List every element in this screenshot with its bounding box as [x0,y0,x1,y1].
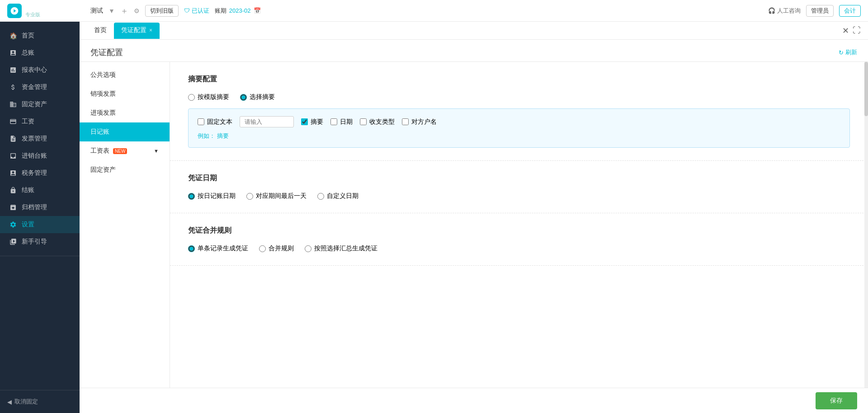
asset-icon [9,100,17,108]
page-header: 凭证配置 ↻ 刷新 [80,40,868,62]
user-button[interactable]: 管理员 [806,5,834,17]
sidebar-item-ledger[interactable]: 总账 [0,44,80,61]
role-button[interactable]: 会计 [839,5,861,17]
sidebar-item-fund[interactable]: 资金管理 [0,79,80,96]
left-nav: 公共选项 销项发票 进项发票 日记账 工资表 [80,62,170,388]
trade-icon [9,152,17,160]
sidebar-bottom: ◀ 取消固定 [0,390,80,413]
sidebar-nav: 🏠 首页 总账 报表中心 [0,22,80,256]
refresh-button[interactable]: ↻ 刷新 [839,48,857,56]
sidebar-item-tax[interactable]: 税务管理 [0,164,80,182]
archive-icon [9,203,17,211]
sidebar-item-asset[interactable]: 固定资产 [0,96,80,113]
settings-panel: 摘要配置 按模版摘要 选择摘要 [170,62,868,388]
tab-voucher-config[interactable]: 凭证配置 × [114,23,160,39]
logo-subtitle: 专业版 [25,11,61,18]
merge-section: 凭证合并规则 单条记录生成凭证 合并规则 [170,213,868,266]
sidebar-item-invoice[interactable]: 发票管理 [0,130,80,147]
unpin-icon: ◀ [7,399,12,405]
logo-area: 畅捷通好会计 专业版 [7,4,87,18]
new-badge: NEW [113,148,127,154]
settings-nav-icon [9,221,17,229]
calendar-icon[interactable]: 📅 [254,7,261,14]
date-radio-period-last[interactable]: 对应期间最后一天 [246,192,307,200]
tax-icon [9,169,17,177]
switch-version-button[interactable]: 切到旧版 [145,5,179,17]
date-section: 凭证日期 按日记账日期 对应期间最后一天 [170,161,868,213]
company-name: 测试 [90,7,103,15]
checkbox-date[interactable]: 日期 [330,118,353,126]
refresh-icon: ↻ [839,49,844,56]
left-nav-purchase-invoice[interactable]: 进项发票 [80,103,170,122]
scrollbar-track[interactable] [864,62,868,388]
top-right: 🎧 人工咨询 管理员 会计 [768,5,861,17]
home-icon: 🏠 [9,32,17,40]
left-nav-sales-invoice[interactable]: 销项发票 [80,84,170,103]
date-title: 凭证日期 [188,174,850,183]
save-button[interactable]: 保存 [816,392,857,409]
sidebar-item-trade[interactable]: 进销台账 [0,147,80,164]
tab-close-icon[interactable]: × [149,27,152,33]
checkbox-counterpart[interactable]: 对方户名 [402,118,437,126]
guide-icon [9,238,17,246]
sidebar-item-payroll[interactable]: 工资 [0,113,80,130]
merge-radio-group: 单条记录生成凭证 合并规则 按照选择汇总生成凭证 [188,244,850,253]
left-nav-fixed-asset[interactable]: 固定资产 [80,160,170,179]
summary-config-box: 固定文本 摘要 日期 [188,108,850,148]
sidebar-item-settings[interactable]: 设置 [0,216,80,233]
headset-icon: 🎧 [768,7,775,14]
add-icon[interactable]: ＋ [120,5,128,16]
date-radio-group: 按日记账日期 对应期间最后一天 自定义日期 [188,192,850,200]
merge-radio-single[interactable]: 单条记录生成凭证 [188,244,248,253]
sidebar-item-close[interactable]: 结账 [0,182,80,199]
expand-icon: ▼ [154,148,159,154]
sidebar-item-report[interactable]: 报表中心 [0,61,80,79]
sidebar: 🏠 首页 总账 报表中心 [0,22,80,413]
date-radio-journal[interactable]: 按日记账日期 [188,192,236,200]
settings-icon[interactable]: ⚙ [134,7,140,14]
summary-radio-template[interactable]: 按模版摘要 [188,93,229,101]
merge-radio-rule[interactable]: 合并规则 [259,244,294,253]
top-nav: 测试 ▼ ＋ ⚙ 切到旧版 🛡 已认证 账期 2023-02 📅 [87,5,768,17]
logo-title: 畅捷通好会计 [25,4,61,11]
page-title: 凭证配置 [90,47,123,58]
summary-title: 摘要配置 [188,75,850,84]
payroll-icon [9,117,17,126]
shield-icon: 🛡 [184,7,190,14]
bottom-bar: 保存 [80,388,868,413]
report-icon [9,66,17,74]
invoice-icon [9,135,17,143]
fixed-text-input[interactable] [240,116,294,127]
consult-button[interactable]: 🎧 人工咨询 [768,7,801,15]
merge-radio-select[interactable]: 按照选择汇总生成凭证 [305,244,377,253]
close-accounts-icon [9,186,17,194]
sidebar-item-archive[interactable]: 归档管理 [0,199,80,216]
sidebar-item-guide[interactable]: 新手引导 [0,233,80,250]
left-nav-journal[interactable]: 日记账 [80,122,170,141]
tab-home[interactable]: 首页 [87,23,114,39]
chevron-down-icon[interactable]: ▼ [108,7,115,14]
checkbox-pay-type[interactable]: 收支类型 [360,118,395,126]
checkbox-summary[interactable]: 摘要 [301,118,323,126]
expand-panel-button[interactable]: ⛶ [853,26,861,35]
tab-bar: 首页 凭证配置 × ✕ ⛶ [80,22,868,40]
ledger-icon [9,49,17,57]
example-text: 例如： 摘要 [198,132,840,140]
sidebar-item-home[interactable]: 🏠 首页 [0,27,80,44]
summary-section: 摘要配置 按模版摘要 选择摘要 [170,62,868,161]
checkbox-fixed-text[interactable]: 固定文本 [198,118,232,126]
scrollbar-thumb[interactable] [864,62,868,116]
left-nav-public[interactable]: 公共选项 [80,66,170,84]
date-radio-custom[interactable]: 自定义日期 [317,192,359,200]
left-nav-payroll-table[interactable]: 工资表 NEW ▼ [80,141,170,160]
summary-config-row: 固定文本 摘要 日期 [198,116,840,127]
cancel-fixed-button[interactable]: ◀ 取消固定 [0,394,80,409]
tab-right-actions: ✕ ⛶ [842,26,861,36]
merge-title: 凭证合并规则 [188,226,850,235]
summary-radio-group: 按模版摘要 选择摘要 [188,93,850,101]
verified-badge: 🛡 已认证 [184,7,209,15]
fund-icon [9,83,17,91]
summary-radio-select[interactable]: 选择摘要 [240,93,275,101]
close-panel-button[interactable]: ✕ [842,26,849,36]
logo-icon [7,4,22,18]
